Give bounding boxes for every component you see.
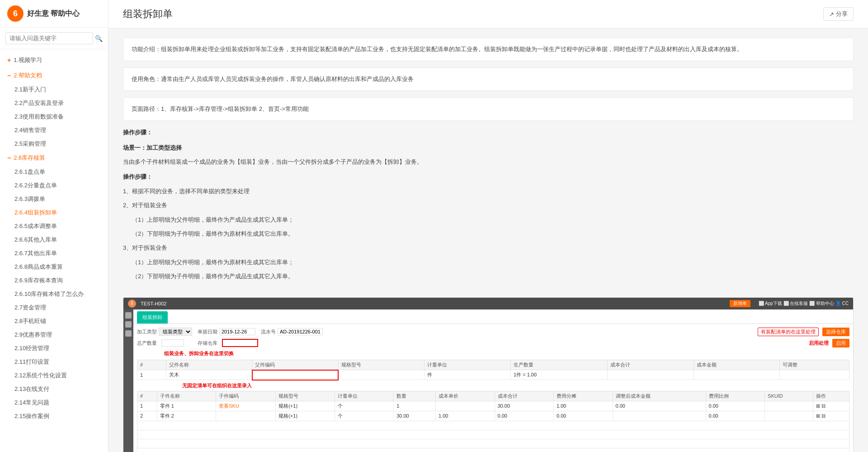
screenshot-body: 组装拆卸 加工类型 组装类型 拆卸类型 bbox=[123, 309, 853, 452]
col-parent-code: 父件编码 bbox=[252, 360, 339, 370]
screenshot-container: 6 TEST-H002 新增单 ⬜ App下载 ⬜ 在线客服 ⬜ 帮助中心 👤 … bbox=[123, 297, 854, 452]
form-quantity-label: 总产数量 bbox=[137, 340, 157, 347]
child-row-3 bbox=[137, 421, 849, 430]
icon1 bbox=[125, 312, 132, 319]
col-no: # bbox=[137, 360, 166, 370]
c-cell-ctotal-2: 0.00 bbox=[495, 411, 554, 421]
quantity-input[interactable] bbox=[161, 339, 184, 347]
main-header: 组装拆卸单 ↗ 分享 bbox=[108, 0, 868, 29]
autofill-annotation-row: 无固定清单可在组织在这里录入 bbox=[137, 382, 849, 389]
col-c-code: 子件编码 bbox=[216, 391, 276, 401]
form-type: 加工类型 组装类型 拆卸类型 bbox=[137, 328, 192, 336]
sidebar-item-2-14[interactable]: 2.14常见问题 bbox=[0, 396, 108, 409]
col-unit: 计量单位 bbox=[425, 360, 511, 370]
sidebar-item-2-6-6[interactable]: 2.6.6其他入库单 bbox=[7, 233, 108, 247]
c-cell-adj-2 bbox=[613, 411, 706, 421]
sidebar-item-2-6-5[interactable]: 2.6.5成本调整单 bbox=[7, 219, 108, 233]
sidebar-item-2-4[interactable]: 2.4销售管理 bbox=[0, 124, 108, 137]
annotation3-label: 组装业务、拆卸业务在这里切换 bbox=[164, 351, 234, 356]
sidebar-item-2-6-2[interactable]: 2.6.2分量盘点单 bbox=[7, 179, 108, 192]
annotation-area: 有装配清单的在这里处理 选择仓库 bbox=[328, 328, 849, 336]
sidebar-item-2-2[interactable]: 2.2产品安装及登录 bbox=[0, 96, 108, 110]
col-c-name: 子件名称 bbox=[157, 391, 216, 401]
sidebar-item-1[interactable]: + 1.视频学习 bbox=[0, 53, 108, 67]
screenshot-image: 6 TEST-H002 新增单 ⬜ App下载 ⬜ 在线客服 ⬜ 帮助中心 👤 … bbox=[123, 298, 853, 452]
c-cell-code-2 bbox=[216, 411, 276, 421]
scene1-desc: 当由多个子件材料组装成一个成品的业务为【组装】业务，当由一个父件拆分成多个子产品… bbox=[123, 157, 854, 167]
cell-cost-amt bbox=[693, 370, 780, 380]
parent-table: # 父件名称 父件编码 规格型号 计量单位 生产数量 成本合计 成本金额 可调整 bbox=[137, 360, 849, 381]
sub-group-2-6: − 2.6库存核算 2.6.1盘点单 2.6.2分量盘点单 2.6.3调拨单 2… bbox=[7, 151, 108, 301]
sidebar-item-2-6-10[interactable]: 2.6.10库存账本错了怎么办 bbox=[7, 287, 108, 301]
sidebar-item-2-8[interactable]: 2.8手机旺铺 bbox=[0, 314, 108, 328]
col-c-adj-cost: 调整后成本金额 bbox=[613, 391, 706, 401]
sidebar-item-2-13[interactable]: 2.13在线支付 bbox=[0, 382, 108, 396]
scene1-title: 场景一：加工类型选择 bbox=[123, 143, 854, 153]
sidebar-item-2-6-8[interactable]: 2.6.8商品成本重算 bbox=[7, 260, 108, 274]
col-c-spec: 规格型号 bbox=[276, 391, 335, 401]
sidebar-item-2-1[interactable]: 2.1新手入门 bbox=[0, 83, 108, 96]
icon3 bbox=[125, 330, 132, 337]
sidebar-item-2-5[interactable]: 2.5采购管理 bbox=[0, 137, 108, 151]
enable-button[interactable]: 启用 bbox=[832, 339, 849, 347]
content-area: 功能介绍：组装拆卸单用来处理企业组装或拆卸等加工业务，支持有固定装配清单的产品加… bbox=[108, 29, 868, 452]
screenshot-icons: ⬜ App下载 ⬜ 在线客服 ⬜ 帮助中心 👤 CC bbox=[759, 300, 849, 307]
cell-unit: 件 bbox=[425, 370, 511, 380]
store-input[interactable] bbox=[222, 339, 258, 347]
sidebar-item-2-12[interactable]: 2.12系统个性化设置 bbox=[0, 369, 108, 382]
c-cell-code-1: 查看SKU bbox=[216, 401, 276, 411]
screenshot-new-btn: 新增单 bbox=[730, 300, 750, 307]
icon2 bbox=[125, 321, 132, 328]
sidebar-item-2-6-1[interactable]: 2.6.1盘点单 bbox=[7, 165, 108, 179]
col-spec: 规格型号 bbox=[338, 360, 425, 370]
cell-cost-total bbox=[608, 370, 694, 380]
path-text: 页面路径：1、库存核算->库存管理->组装拆卸单 2、首页->常用功能 bbox=[132, 105, 309, 112]
sidebar-item-2-6-9[interactable]: 2.6.9库存账本查询 bbox=[7, 274, 108, 287]
sidebar-item-2-9[interactable]: 2.9优惠券管理 bbox=[0, 328, 108, 342]
sidebar-item-2-7[interactable]: 2.7资金管理 bbox=[0, 301, 108, 314]
cell-adj bbox=[780, 370, 849, 380]
c-cell-spec-1: 规格(+1) bbox=[276, 401, 335, 411]
c-cell-act-2: ⊞ ⊟ bbox=[813, 411, 849, 421]
col-c-no: # bbox=[137, 391, 157, 401]
sidebar-item-2-11[interactable]: 2.11打印设置 bbox=[0, 355, 108, 369]
sidebar-item-2-6-7[interactable]: 2.6.7其他出库单 bbox=[7, 247, 108, 260]
sidebar-item-2-6[interactable]: − 2.6库存核算 bbox=[7, 151, 108, 165]
share-button[interactable]: ↗ 分享 bbox=[823, 7, 854, 21]
sidebar-item-2-6-3[interactable]: 2.6.3调拨单 bbox=[7, 192, 108, 206]
c-cell-ratio-1: 0.00 bbox=[706, 401, 765, 411]
child-row-4 bbox=[137, 430, 849, 439]
screenshot-logo: 6 bbox=[128, 300, 136, 308]
col-parent-name: 父件名称 bbox=[166, 360, 252, 370]
c-cell-unit-1: 个 bbox=[335, 401, 394, 411]
c-cell-adj-1: 0.00 bbox=[613, 401, 706, 411]
logo-icon: 6 bbox=[7, 5, 24, 22]
page-title: 组装拆卸单 bbox=[123, 7, 173, 21]
number-input[interactable] bbox=[278, 328, 323, 335]
sidebar-item-2-6-4[interactable]: 2.6.4组装拆卸单 bbox=[7, 206, 108, 219]
sidebar-item-2-15[interactable]: 2.15操作案例 bbox=[0, 409, 108, 423]
select-store-button[interactable]: 选择仓库 bbox=[822, 328, 849, 336]
c-cell-price-2: 1.00 bbox=[436, 411, 495, 421]
nav-group-1: + 1.视频学习 bbox=[0, 53, 108, 67]
c-cell-qty-2: 30.00 bbox=[394, 411, 436, 421]
type-select[interactable]: 组装类型 拆卸类型 bbox=[159, 328, 192, 336]
ops-steps-title: 操作步骤： bbox=[123, 171, 854, 182]
col-cost-amount: 成本金额 bbox=[693, 360, 780, 370]
sidebar-item-2-3[interactable]: 2.3使用前数据准备 bbox=[0, 110, 108, 124]
screenshot-form: 加工类型 组装类型 拆卸类型 单据日期 bbox=[133, 324, 853, 452]
number-label: 流水号 bbox=[261, 328, 276, 335]
sidebar-item-2-10[interactable]: 2.10经营管理 bbox=[0, 342, 108, 355]
date-input[interactable] bbox=[219, 328, 255, 335]
search-input[interactable] bbox=[5, 32, 93, 44]
search-button[interactable]: 🔍 bbox=[95, 35, 103, 42]
share-icon: ↗ bbox=[829, 11, 834, 18]
share-label: 分享 bbox=[836, 10, 848, 18]
step3-2: （2）下部明细为子件明细，最终作为产成品生成其它入库单。 bbox=[132, 271, 854, 281]
sidebar-item-2[interactable]: − 2.帮助文档 bbox=[0, 68, 108, 83]
step1: 1、根据不同的业务，选择不同单据的类型来处理 bbox=[123, 186, 854, 196]
collapse-icon-2: − bbox=[7, 72, 11, 79]
step2-2: （2）下部明细为子件明细，最终作为原材料生成其它出库单。 bbox=[132, 228, 854, 239]
screenshot-testid: TEST-H002 bbox=[141, 301, 166, 306]
col-adjustable: 可调整 bbox=[780, 360, 849, 370]
